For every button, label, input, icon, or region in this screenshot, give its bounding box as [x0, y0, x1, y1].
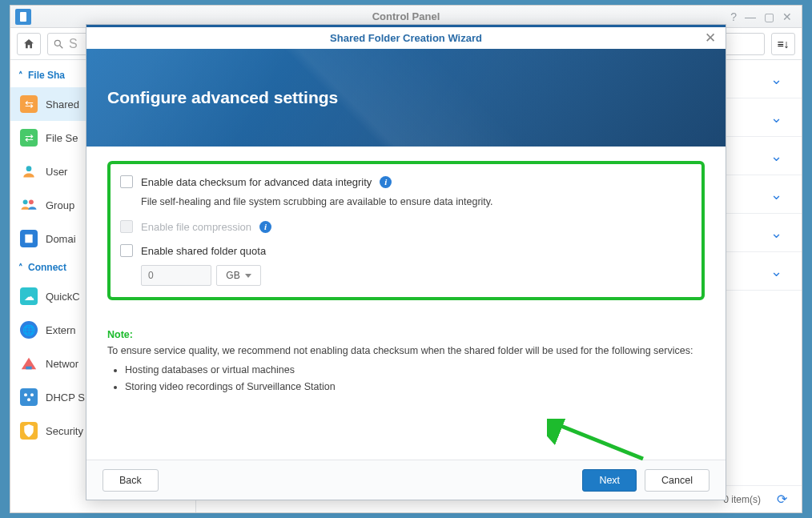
globe-icon: 🌐 — [20, 321, 38, 339]
expand-row-6[interactable]: ⌄ — [770, 263, 782, 280]
home-icon — [22, 38, 35, 50]
expand-row-5[interactable]: ⌄ — [770, 224, 782, 242]
dialog-header: Configure advanced settings — [86, 49, 726, 147]
svg-point-7 — [24, 393, 27, 396]
svg-point-8 — [30, 393, 34, 396]
note-section: Note: To ensure service quality, we reco… — [107, 329, 705, 396]
highlighted-settings-box: Enable data checksum for advanced data i… — [107, 161, 705, 300]
shield-icon — [20, 422, 38, 440]
info-icon[interactable]: i — [380, 176, 392, 188]
desc-data-checksum: File self-healing and file system scrubb… — [120, 191, 692, 217]
expand-row-4[interactable]: ⌄ — [770, 186, 782, 203]
window-title: Control Panel — [10, 10, 802, 22]
app-icon — [15, 9, 31, 25]
search-placeholder: S — [69, 37, 78, 51]
label-data-checksum: Enable data checksum for advanced data i… — [141, 176, 372, 188]
sort-button[interactable]: ≡↓ — [771, 33, 795, 55]
cancel-button[interactable]: Cancel — [645, 469, 709, 492]
domain-icon — [20, 230, 38, 247]
svg-line-10 — [555, 424, 643, 459]
info-icon[interactable]: i — [259, 221, 271, 233]
svg-point-0 — [54, 40, 60, 46]
refresh-button[interactable]: ⟳ — [777, 492, 787, 507]
user-icon — [20, 163, 38, 180]
close-window-icon[interactable]: ✕ — [782, 10, 792, 23]
dialog-body: Enable data checksum for advanced data i… — [86, 147, 726, 460]
dialog-titlebar: Shared Folder Creation Wizard ✕ — [86, 25, 726, 49]
back-button[interactable]: Back — [103, 469, 159, 492]
dialog-heading: Configure advanced settings — [107, 88, 338, 107]
expand-row-1[interactable]: ⌄ — [770, 70, 782, 88]
close-dialog-button[interactable]: ✕ — [705, 30, 716, 46]
note-description: To ensure service quality, we recommend … — [107, 343, 705, 359]
quickconnect-icon: ☁ — [20, 287, 38, 305]
svg-line-1 — [60, 45, 63, 48]
label-file-compression: Enable file compression — [141, 221, 251, 233]
svg-point-9 — [27, 398, 30, 401]
expand-row-3[interactable]: ⌄ — [770, 147, 782, 165]
dialog-title: Shared Folder Creation Wizard — [330, 32, 482, 44]
svg-point-3 — [23, 199, 28, 204]
item-count: 0 item(s) — [723, 494, 761, 505]
note-bullet: Hosting databases or virtual machines — [125, 362, 705, 379]
expand-row-2[interactable]: ⌄ — [770, 109, 782, 126]
chevron-up-icon: ˄ — [18, 263, 23, 273]
home-button[interactable] — [17, 33, 41, 55]
chevron-down-icon — [245, 274, 251, 278]
checkbox-file-compression — [120, 220, 133, 233]
next-button[interactable]: Next — [582, 469, 637, 492]
help-icon[interactable]: ? — [730, 10, 737, 23]
share-icon: ⇆ — [20, 95, 38, 113]
search-icon — [53, 38, 64, 50]
file-services-icon: ⇄ — [20, 129, 38, 147]
chevron-up-icon: ˄ — [18, 70, 23, 81]
quota-unit-select[interactable]: GB — [216, 265, 261, 286]
note-title: Note: — [107, 329, 705, 340]
maximize-icon[interactable]: ▢ — [764, 10, 774, 23]
dialog-footer: Back Next Cancel — [86, 460, 726, 500]
minimize-icon[interactable]: — — [745, 10, 756, 23]
svg-rect-6 — [26, 367, 31, 370]
shared-folder-wizard-dialog: Shared Folder Creation Wizard ✕ Configur… — [86, 24, 726, 500]
dhcp-icon — [20, 388, 38, 406]
checkbox-quota[interactable] — [120, 244, 133, 257]
note-bullet: Storing video recordings of Surveillance… — [125, 379, 705, 396]
label-quota: Enable shared folder quota — [141, 245, 266, 257]
svg-point-4 — [29, 199, 34, 204]
network-icon — [20, 355, 38, 372]
checkbox-data-checksum[interactable] — [120, 175, 133, 188]
quota-value-input[interactable] — [141, 265, 211, 286]
svg-rect-5 — [25, 235, 32, 243]
group-icon — [20, 196, 38, 214]
svg-point-2 — [26, 166, 32, 171]
